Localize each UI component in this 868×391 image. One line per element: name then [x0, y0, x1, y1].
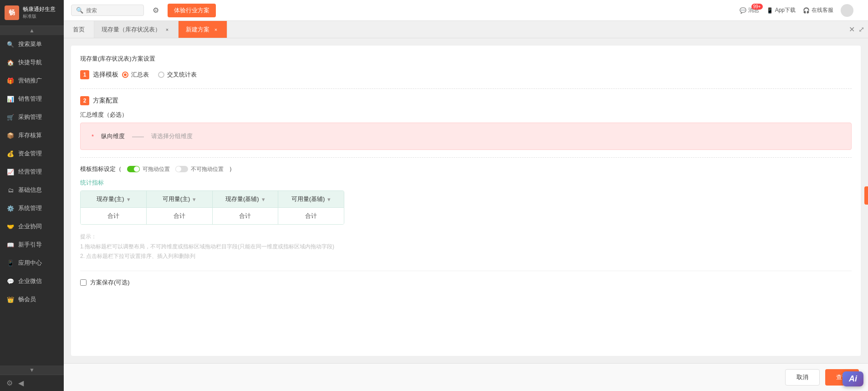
sidebar-item-marketing[interactable]: 🎁 营销推广 — [0, 72, 64, 90]
purchase-icon: 🛒 — [6, 113, 15, 121]
search-input[interactable] — [86, 7, 139, 14]
stats-dropdown-1-icon: ▾ — [127, 196, 130, 203]
content-inner: 现存量(库存状况表)方案设置 1 选择模板 汇总表 — [71, 46, 861, 356]
sidebar-item-label: 资金管理 — [18, 149, 42, 158]
trial-button[interactable]: 体验行业方案 — [168, 4, 216, 17]
sidebar-item-inventory[interactable]: 📦 库存核算 — [0, 126, 64, 144]
ai-badge[interactable]: Ai — [842, 371, 863, 386]
app-download-label: App下载 — [775, 6, 796, 14]
window-expand-button[interactable]: ⤢ — [858, 25, 864, 34]
user-avatar[interactable] — [841, 4, 853, 17]
sidebar-item-basic-info[interactable]: 🗂 基础信息 — [0, 181, 64, 199]
save-label: 方案保存(可选) — [90, 278, 130, 287]
message-button[interactable]: 💬 消息 99+ — [740, 6, 759, 14]
dimension-label: 汇总维度（必选） — [80, 111, 852, 119]
sidebar-item-corp-pact[interactable]: 🤝 企业协同 — [0, 217, 64, 236]
sidebar-item-label: 快捷导航 — [18, 58, 42, 67]
indicator-setting: 模板指标设定（ 可拖动位置 不可拖动位置 ） — [80, 165, 852, 173]
sidebar-item-label: 销售管理 — [18, 95, 42, 103]
new-guide-icon: 📖 — [6, 241, 15, 249]
stats-header-1-label: 现存量(主) — [97, 195, 124, 203]
radio-summary-circle — [122, 72, 128, 78]
search-icon: 🔍 — [76, 7, 83, 14]
save-checkbox[interactable] — [80, 279, 87, 286]
sidebar-scroll-up[interactable]: ▲ — [0, 26, 64, 35]
window-close-button[interactable]: ✕ — [849, 25, 855, 34]
sidebar-item-system[interactable]: ⚙️ 系统管理 — [0, 199, 64, 217]
radio-cross[interactable]: 交叉统计表 — [158, 71, 197, 79]
indicator-setting-label-end: ） — [229, 165, 235, 173]
tip1: 1.拖动标题栏可以调整布局，不可跨维度或指标区域拖动栏目字段(只能在同一维度或指… — [80, 242, 852, 252]
sidebar-item-operation[interactable]: 📈 经营管理 — [0, 163, 64, 181]
sidebar-item-label: 企业协同 — [18, 222, 42, 231]
sidebar-item-corp-wechat[interactable]: 💬 企业微信 — [0, 272, 64, 290]
section2-title: 方案配置 — [93, 97, 118, 105]
stats-header-4[interactable]: 可用量(基辅) ▾ — [278, 191, 344, 207]
app-title: 畅康通好生意 — [23, 6, 56, 13]
sidebar-scroll-down[interactable]: ▼ — [0, 365, 64, 375]
stats-header-1[interactable]: 现存量(主) ▾ — [81, 191, 147, 207]
section-template: 1 选择模板 汇总表 交叉统计表 — [80, 70, 852, 79]
sidebar-item-label: 库存核算 — [18, 131, 42, 139]
quick-nav-icon: 🏠 — [6, 58, 15, 67]
sidebar-item-vip[interactable]: 👑 畅会员 — [0, 290, 64, 309]
sidebar-item-label: 基础信息 — [18, 186, 42, 194]
stats-header-4-label: 可用量(基辅) — [291, 195, 325, 203]
sidebar-item-app-center[interactable]: 📱 应用中心 — [0, 254, 64, 272]
save-row: 方案保存(可选) — [80, 271, 852, 287]
toggle-draggable[interactable]: 可拖动位置 — [127, 165, 170, 173]
marketing-icon: 🎁 — [6, 77, 15, 85]
sidebar-logo: 畅 畅康通好生意 标准版 — [0, 0, 64, 26]
sidebar-item-finance[interactable]: 💰 资金管理 — [0, 144, 64, 163]
toggle-not-draggable[interactable]: 不可拖动位置 — [175, 165, 224, 173]
operation-icon: 📈 — [6, 168, 15, 176]
tab-inventory-close[interactable]: × — [163, 26, 171, 33]
stats-header-3[interactable]: 现存量(基辅) ▾ — [213, 191, 279, 207]
corp-pact-icon: 🤝 — [6, 222, 15, 231]
service-button[interactable]: 🎧 在线客服 — [803, 6, 833, 14]
main-area: 🔍 ⚙ 体验行业方案 💬 消息 99+ 📱 App下载 🎧 在线客服 — [64, 0, 868, 391]
radio-summary[interactable]: 汇总表 — [122, 71, 149, 79]
stats-section: 统计指标 现存量(主) ▾ 可用量(主) ▾ — [80, 179, 852, 225]
basic-info-icon: 🗂 — [6, 186, 15, 194]
sidebar-collapse-icon[interactable]: ◀ — [18, 379, 24, 387]
sidebar-item-new-guide[interactable]: 📖 新手引导 — [0, 236, 64, 254]
tab-home[interactable]: 首页 — [64, 21, 94, 38]
dimension-placeholder[interactable]: 请选择分组维度 — [151, 132, 193, 140]
topbar: 🔍 ⚙ 体验行业方案 💬 消息 99+ 📱 App下载 🎧 在线客服 — [64, 0, 868, 21]
tab-new-scheme-close[interactable]: × — [212, 26, 220, 33]
stats-data-1: 合计 — [81, 207, 147, 224]
page-title: 现存量(库存状况表)方案设置 — [80, 55, 852, 63]
stats-dropdown-4-icon: ▾ — [327, 196, 331, 203]
toggle-draggable-dot — [134, 166, 139, 172]
radio-cross-label: 交叉统计表 — [167, 71, 197, 79]
right-scroll-indicator — [864, 186, 868, 205]
sidebar-item-label: 系统管理 — [18, 204, 42, 212]
section2-num: 2 — [80, 96, 89, 105]
cancel-button[interactable]: 取消 — [785, 369, 820, 386]
finance-icon: 💰 — [6, 149, 15, 158]
sidebar-item-label: 营销推广 — [18, 77, 42, 85]
sidebar-item-label: 搜索菜单 — [18, 40, 42, 48]
stats-header-2[interactable]: 可用量(主) ▾ — [147, 191, 213, 207]
sidebar-item-sales[interactable]: 📊 销售管理 — [0, 90, 64, 108]
app-download-button[interactable]: 📱 App下载 — [766, 6, 796, 14]
toggle-not-draggable-box[interactable] — [175, 166, 188, 172]
sidebar-item-purchase[interactable]: 🛒 采购管理 — [0, 108, 64, 126]
sidebar-item-search-menu[interactable]: 🔍 搜索菜单 — [0, 35, 64, 53]
app-center-icon: 📱 — [6, 259, 15, 267]
tab-new-scheme[interactable]: 新建方案 × — [179, 21, 227, 38]
tips-title: 提示： — [80, 232, 852, 242]
toggle-draggable-box[interactable] — [127, 166, 140, 172]
sidebar-item-label: 新手引导 — [18, 241, 42, 249]
sidebar-item-quick-nav[interactable]: 🏠 快捷导航 — [0, 53, 64, 72]
settings-gear[interactable]: ⚙ — [149, 4, 162, 17]
corp-wechat-icon: 💬 — [6, 277, 15, 285]
stats-header-2-label: 可用量(主) — [163, 195, 190, 203]
tab-inventory-status[interactable]: 现存量（库存状况表） × — [94, 21, 179, 38]
sidebar-nav: 🔍 搜索菜单 🏠 快捷导航 🎁 营销推广 📊 销售管理 🛒 采购管理 📦 库存核… — [0, 35, 64, 365]
sidebar-settings-icon[interactable]: ⚙ — [6, 379, 13, 387]
search-box: 🔍 — [71, 5, 144, 16]
toggle-draggable-label: 可拖动位置 — [143, 165, 170, 173]
stats-title: 统计指标 — [80, 179, 852, 187]
